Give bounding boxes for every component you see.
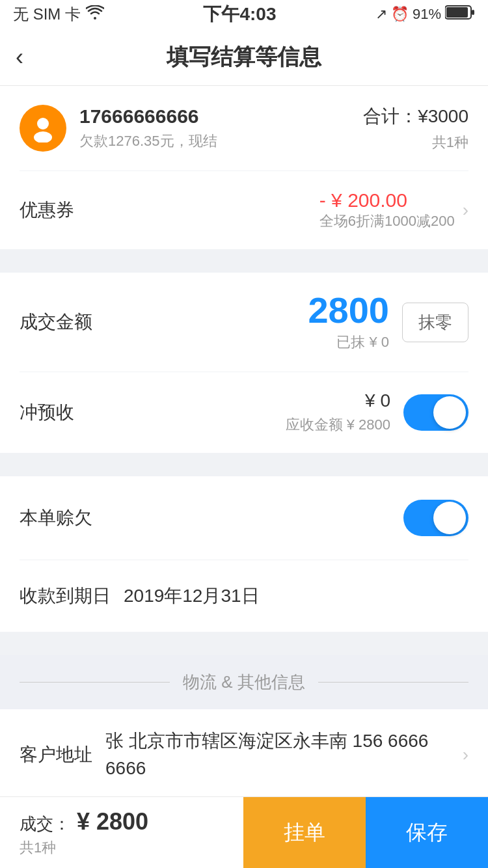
customer-card: 17666666666 欠款1276.35元，现结 合计：¥3000 共1种 优… [0, 86, 488, 249]
address-content: 张 北京市市辖区海淀区永丰南 156 6666 6666 [105, 727, 450, 782]
prepay-right: ¥ 0 应收金额 ¥ 2800 [286, 390, 468, 435]
round-button[interactable]: 抹零 [402, 303, 468, 342]
prepay-info: ¥ 0 应收金额 ¥ 2800 [286, 390, 390, 435]
avatar [20, 105, 66, 152]
total-amount: 合计：¥3000 [363, 104, 468, 129]
status-time: 下午4:03 [203, 2, 276, 27]
duedate-label: 收款到期日 [20, 584, 111, 608]
svg-rect-2 [472, 10, 474, 15]
bottom-summary: 成交： ¥ 2800 共1种 [0, 797, 243, 868]
status-right: ↗ ⏰ 91% [375, 5, 475, 24]
section-gap-2 [0, 463, 488, 476]
address-card: 客户地址 张 北京市市辖区海淀区永丰南 156 6666 6666 › [0, 709, 488, 800]
credit-label: 本单赊欠 [20, 506, 92, 530]
back-button[interactable]: ‹ [16, 44, 23, 71]
prepay-toggle[interactable] [403, 394, 468, 431]
logistics-title: 物流 & 其他信息 [170, 671, 318, 694]
location-icon: ↗ [375, 6, 387, 23]
prepay-row: 冲预收 ¥ 0 应收金额 ¥ 2800 [0, 372, 488, 453]
deal-amount-sub: 已抹 ¥ 0 [308, 332, 389, 352]
section-gap-3 [0, 642, 488, 655]
customer-left: 17666666666 欠款1276.35元，现结 [20, 105, 217, 152]
prepay-value: ¥ 0 [286, 390, 390, 411]
wifi-icon [86, 5, 104, 23]
alarm-icon: ⏰ [391, 6, 409, 23]
coupon-desc: 全场6折满1000减200 [319, 211, 455, 231]
bottom-bar: 成交： ¥ 2800 共1种 挂单 保存 [0, 796, 488, 868]
coupon-right: - ¥ 200.00 全场6折满1000减200 › [319, 189, 468, 231]
credit-row: 本单赊欠 [0, 476, 488, 560]
address-row[interactable]: 客户地址 张 北京市市辖区海淀区永丰南 156 6666 6666 › [0, 709, 488, 800]
credit-card: 本单赊欠 收款到期日 2019年12月31日 [0, 476, 488, 632]
battery-text: 91% [413, 6, 441, 23]
customer-right: 合计：¥3000 共1种 [363, 104, 468, 152]
summary-label: 成交： [20, 813, 70, 835]
battery-icon [445, 5, 475, 24]
toggle-thumb [433, 396, 466, 429]
amount-row: 成交金额 2800 已抹 ¥ 0 抹零 [0, 273, 488, 372]
svg-point-4 [34, 131, 52, 142]
logistics-line-left [20, 682, 170, 683]
customer-sub: 欠款1276.35元，现结 [79, 131, 217, 151]
deal-amount-value: 2800 [308, 292, 389, 329]
customer-row: 17666666666 欠款1276.35元，现结 合计：¥3000 共1种 [0, 86, 488, 170]
credit-toggle-thumb [433, 502, 466, 534]
amount-right: 2800 已抹 ¥ 0 抹零 [308, 292, 468, 352]
save-button[interactable]: 保存 [366, 797, 488, 868]
summary-amount: ¥ 2800 [77, 808, 148, 835]
coupon-arrow-icon: › [463, 200, 468, 221]
deal-amount-label: 成交金额 [20, 310, 92, 334]
coupon-label: 优惠券 [20, 198, 74, 223]
address-arrow-icon: › [463, 744, 468, 765]
prepay-label: 冲预收 [20, 400, 74, 425]
bottom-summary-top: 成交： ¥ 2800 [20, 808, 224, 835]
svg-rect-1 [446, 7, 468, 18]
carrier-text: 无 SIM 卡 [13, 4, 81, 25]
address-label: 客户地址 [20, 742, 92, 767]
page-title: 填写结算等信息 [167, 42, 321, 72]
duedate-row: 收款到期日 2019年12月31日 [0, 560, 488, 632]
coupon-discount: - ¥ 200.00 [319, 189, 455, 211]
logistics-line-right [318, 682, 468, 683]
total-count: 共1种 [363, 133, 468, 152]
status-bar: 无 SIM 卡 下午4:03 ↗ ⏰ 91% [0, 0, 488, 29]
summary-count: 共1种 [20, 838, 224, 858]
credit-toggle[interactable] [403, 500, 468, 536]
hold-button[interactable]: 挂单 [243, 797, 366, 868]
duedate-value: 2019年12月31日 [124, 584, 260, 608]
coupon-row[interactable]: 优惠券 - ¥ 200.00 全场6折满1000减200 › [0, 171, 488, 249]
deal-amount-card: 成交金额 2800 已抹 ¥ 0 抹零 冲预收 ¥ 0 应收金额 ¥ 2800 [0, 273, 488, 453]
customer-info: 17666666666 欠款1276.35元，现结 [79, 105, 217, 151]
nav-bar: ‹ 填写结算等信息 [0, 29, 488, 86]
section-gap-1 [0, 260, 488, 273]
status-left: 无 SIM 卡 [13, 4, 104, 25]
customer-phone: 17666666666 [79, 105, 217, 128]
prepay-sub: 应收金额 ¥ 2800 [286, 415, 390, 435]
svg-point-3 [37, 118, 49, 129]
logistics-header: 物流 & 其他信息 [0, 655, 488, 709]
